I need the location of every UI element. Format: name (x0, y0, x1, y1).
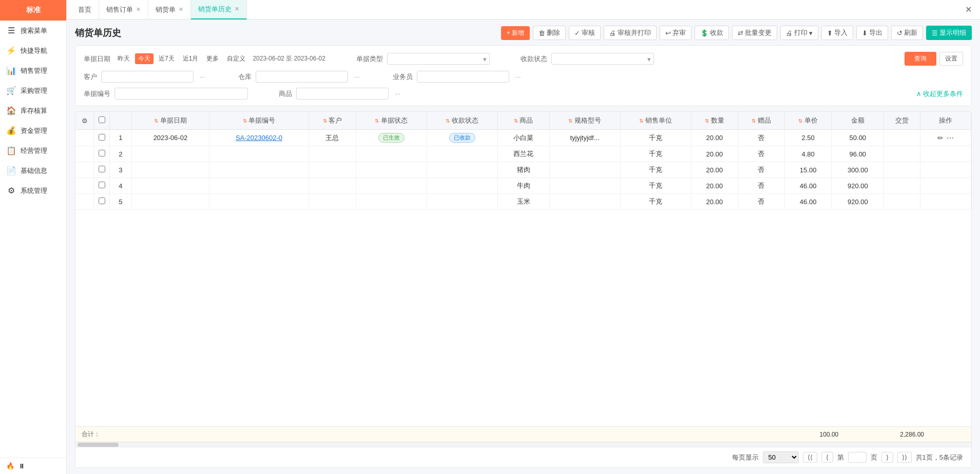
doc-type-select[interactable] (387, 53, 490, 65)
page-number-input[interactable]: 1 (848, 452, 867, 463)
td-unit-price: 2.50 (785, 130, 832, 146)
fire-icon[interactable]: 🔥 (6, 462, 14, 470)
edit-action-button[interactable]: ✏ (936, 134, 945, 142)
row-checkbox[interactable] (99, 198, 105, 204)
th-qty[interactable]: ⇅ 数量 (691, 112, 738, 130)
th-sales-unit[interactable]: ⇅ 销售单位 (620, 112, 691, 130)
horizontal-scrollbar[interactable] (75, 442, 971, 447)
row-checkbox[interactable] (99, 134, 105, 141)
sidebar-item-inventory[interactable]: 🏠 库存核算 (0, 101, 66, 121)
shortcut-7days[interactable]: 近7天 (156, 53, 178, 64)
tab-sales-history[interactable]: 销货单历史 ✕ (191, 0, 247, 19)
doc-no-input[interactable] (114, 88, 248, 100)
sidebar-item-system-mgmt[interactable]: ⚙ 系统管理 (0, 181, 66, 201)
export-icon: ⬇ (862, 29, 868, 37)
collect-status-select[interactable] (551, 53, 654, 65)
last-page-button[interactable]: ⟩⟩ (897, 452, 912, 463)
th-customer[interactable]: ⇅ 客户 (309, 112, 356, 130)
prev-page-button[interactable]: ⟨ (821, 452, 833, 463)
sidebar-item-purchase-mgmt[interactable]: 🛒 采购管理 (0, 81, 66, 101)
td-doc-no[interactable] (209, 162, 309, 178)
close-tab-sales-goods-icon[interactable]: ✕ (179, 6, 183, 13)
shortcut-yesterday[interactable]: 昨天 (114, 53, 133, 64)
td-checkbox[interactable] (94, 146, 109, 162)
shortcut-more[interactable]: 更多 (203, 53, 222, 64)
sort-icon: ⇅ (154, 118, 158, 124)
export-button[interactable]: ⬇ 导出 (856, 26, 888, 40)
per-page-select[interactable]: 50 100 (763, 451, 799, 463)
more-action-button[interactable]: ⋯ (945, 134, 955, 142)
shortcut-custom[interactable]: 自定义 (224, 53, 248, 64)
print-button[interactable]: 🖨 打印 ▾ (780, 26, 818, 40)
sort-icon: ⇅ (568, 118, 572, 124)
th-spec-type[interactable]: ⇅ 规格型号 (549, 112, 620, 130)
td-checkbox[interactable] (94, 178, 109, 194)
collect-button[interactable]: 💲 收款 (695, 26, 729, 40)
next-page-button[interactable]: ⟩ (881, 452, 893, 463)
pause-icon[interactable]: ⏸ (18, 462, 25, 470)
new-button[interactable]: + 新增 (501, 26, 530, 40)
th-settings[interactable]: ⚙ (75, 112, 94, 130)
th-gift[interactable]: ⇅ 赠品 (738, 112, 784, 130)
customer-input[interactable] (101, 71, 194, 83)
goods-input[interactable] (296, 88, 389, 100)
row-checkbox[interactable] (99, 182, 105, 188)
th-doc-status[interactable]: ⇅ 单据状态 (356, 112, 427, 130)
warehouse-input[interactable] (256, 71, 348, 83)
tab-home[interactable]: 首页 (71, 0, 99, 19)
td-action (920, 162, 971, 178)
abandon-button[interactable]: ↩ 弃审 (660, 26, 691, 40)
shortcut-today[interactable]: 今天 (135, 53, 153, 64)
row-checkbox[interactable] (99, 150, 105, 156)
td-checkbox[interactable] (94, 194, 109, 210)
select-all-checkbox[interactable] (99, 116, 105, 123)
batch-change-button[interactable]: ⇄ 批量变更 (732, 26, 777, 40)
row-checkbox[interactable] (99, 166, 105, 172)
td-doc-status (356, 194, 427, 210)
th-collect-status[interactable]: ⇅ 收款状态 (427, 112, 497, 130)
sidebar-item-capital-mgmt[interactable]: 💰 资金管理 (0, 121, 66, 141)
date-filter-label: 单据日期 (84, 54, 110, 64)
td-action (920, 146, 971, 162)
close-all-tabs-button[interactable]: ✕ (961, 5, 976, 14)
th-goods[interactable]: ⇅ 商品 (497, 112, 549, 130)
tab-sales-goods[interactable]: 销货单 ✕ (148, 0, 191, 19)
td-doc-no[interactable] (209, 194, 309, 210)
th-doc-date[interactable]: ⇅ 单据日期 (132, 112, 209, 130)
audit-button[interactable]: ✓ 审核 (569, 26, 601, 40)
sidebar-item-business-mgmt[interactable]: 📋 经营管理 (0, 141, 66, 161)
sidebar-item-sales-mgmt[interactable]: 📊 销售管理 (0, 61, 66, 81)
refresh-button[interactable]: ↺ 刷新 (891, 26, 923, 40)
sidebar-item-search-menu[interactable]: ☰ 搜索菜单 (0, 21, 66, 41)
show-detail-button[interactable]: ☰ 显示明细 (926, 26, 972, 40)
shortcut-1month[interactable]: 近1月 (180, 53, 202, 64)
th-doc-no[interactable]: ⇅ 单据编号 (209, 112, 309, 130)
doc-no-link[interactable]: SA-20230602-0 (236, 134, 282, 142)
th-checkbox[interactable] (94, 112, 109, 130)
customer-picker-icon[interactable]: ··· (198, 73, 207, 81)
sidebar-item-quick-nav[interactable]: ⚡ 快捷导航 (0, 41, 66, 61)
delete-button[interactable]: 🗑 删除 (533, 26, 566, 40)
goods-picker-icon[interactable]: ··· (393, 90, 402, 97)
sidebar-item-basic-info[interactable]: 📄 基础信息 (0, 161, 66, 181)
tab-sales-order[interactable]: 销售订单 ✕ (99, 0, 148, 19)
warehouse-picker-icon[interactable]: ··· (352, 73, 362, 81)
th-unit-price[interactable]: ⇅ 单价 (785, 112, 832, 130)
import-button[interactable]: ⬆ 导入 (821, 26, 853, 40)
first-page-button[interactable]: ⟨⟨ (803, 452, 817, 463)
td-doc-no[interactable] (209, 178, 309, 194)
td-doc-no[interactable] (209, 146, 309, 162)
audit-print-button[interactable]: 🖨 审核并打印 (604, 26, 657, 40)
salesperson-input[interactable] (417, 71, 509, 83)
td-checkbox[interactable] (94, 130, 109, 146)
scrollbar-thumb[interactable] (78, 443, 119, 447)
query-button[interactable]: 查询 (905, 52, 936, 66)
settings-button[interactable]: 设置 (939, 52, 963, 66)
salesperson-picker-icon[interactable]: ··· (513, 73, 523, 81)
collapse-filter-button[interactable]: ∧ 收起更多条件 (916, 89, 963, 98)
close-tab-sales-order-icon[interactable]: ✕ (136, 6, 141, 13)
close-tab-sales-history-icon[interactable]: ✕ (235, 6, 239, 12)
td-doc-no[interactable]: SA-20230602-0 (209, 130, 309, 146)
td-row-no: 5 (109, 194, 132, 210)
td-checkbox[interactable] (94, 162, 109, 178)
